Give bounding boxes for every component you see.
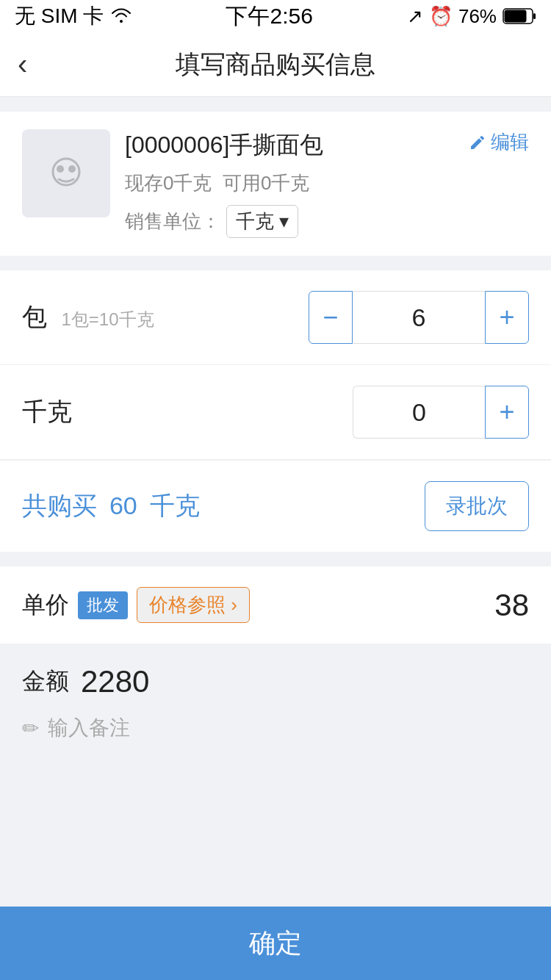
bao-label: 包 1包=10千克	[22, 300, 309, 334]
confirm-button[interactable]: 确定	[0, 907, 551, 980]
status-time: 下午2:56	[226, 1, 312, 32]
svg-rect-1	[505, 10, 527, 23]
quantity-section: 包 1包=10千克 − + 千克 + 共购买 60 千克 录批次	[0, 270, 551, 552]
bao-controls: − +	[309, 291, 529, 344]
total-text: 共购买 60 千克	[22, 489, 200, 523]
note-icon: ✏	[22, 716, 39, 741]
bao-hint: 1包=10千克	[61, 309, 154, 329]
svg-rect-2	[533, 13, 536, 19]
unit-select[interactable]: 千克 ▾	[226, 205, 298, 238]
bao-increment-button[interactable]: +	[485, 291, 529, 344]
page-title: 填写商品购买信息	[176, 48, 375, 82]
kg-row: 千克 +	[0, 365, 551, 460]
product-unit: 销售单位： 千克 ▾	[125, 205, 529, 238]
price-label: 单价 批发 价格参照 ›	[22, 587, 250, 623]
amount-value: 2280	[81, 664, 149, 699]
bao-row: 包 1包=10千克 − +	[0, 270, 551, 365]
total-row: 共购买 60 千克 录批次	[0, 460, 551, 552]
status-bar: 无 SIM 卡 下午2:56 ↗ ⏰ 76%	[0, 0, 551, 32]
price-reference-button[interactable]: 价格参照 ›	[137, 587, 250, 623]
amount-section: 金额 2280 ✏ 输入备注	[0, 644, 551, 763]
sim-label: 无 SIM 卡	[15, 2, 104, 30]
alarm-icon: ⏰	[429, 5, 453, 28]
nav-bar: ‹ 填写商品购买信息	[0, 32, 551, 97]
note-row[interactable]: ✏ 输入备注	[22, 714, 529, 742]
back-button[interactable]: ‹	[18, 48, 27, 81]
amount-label: 金额	[22, 666, 69, 698]
bao-input[interactable]	[353, 291, 485, 344]
svg-point-5	[68, 165, 76, 173]
confirm-label: 确定	[249, 926, 302, 962]
product-logo-icon	[44, 151, 88, 195]
product-card: [0000006]手撕面包 现存0千克 可用0千克 销售单位： 千克 ▾ 编辑	[0, 112, 551, 256]
product-stock: 现存0千克 可用0千克	[125, 170, 529, 196]
record-batch-button[interactable]: 录批次	[425, 481, 529, 531]
status-right: ↗ ⏰ 76%	[407, 5, 536, 28]
battery-icon	[503, 8, 536, 24]
status-left: 无 SIM 卡	[15, 2, 132, 30]
kg-input[interactable]	[353, 386, 485, 439]
price-row: 单价 批发 价格参照 › 38	[22, 587, 529, 623]
price-section: 单价 批发 价格参照 › 38	[0, 566, 551, 644]
battery-label: 76%	[458, 5, 497, 28]
svg-point-4	[57, 165, 64, 173]
bao-decrement-button[interactable]: −	[309, 291, 353, 344]
edit-button[interactable]: 编辑	[469, 129, 529, 155]
note-placeholder: 输入备注	[48, 714, 130, 742]
kg-increment-button[interactable]: +	[485, 386, 529, 439]
price-value: 38	[494, 588, 529, 623]
wifi-icon	[111, 4, 132, 28]
product-thumbnail	[22, 129, 110, 217]
location-icon: ↗	[407, 5, 423, 28]
edit-icon	[469, 134, 486, 151]
kg-controls: +	[353, 386, 529, 439]
kg-label: 千克	[22, 395, 353, 429]
amount-row: 金额 2280	[22, 664, 529, 699]
price-tag: 批发	[78, 591, 128, 619]
bottom-spacer	[0, 763, 551, 851]
